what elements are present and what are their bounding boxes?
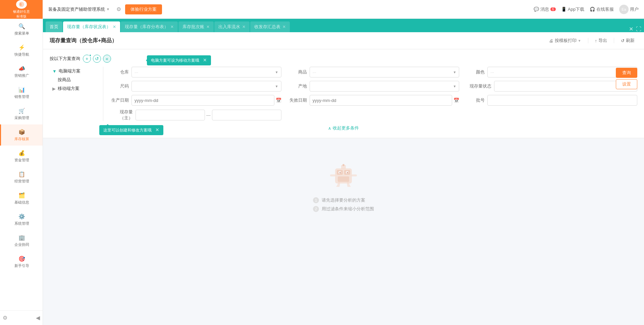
sidebar-item-basic[interactable]: 🗂️ 基础信息 [0, 188, 43, 209]
sidebar-item-label: 经营管理 [14, 179, 29, 184]
page-title: 现存量查询（按仓库+商品） [50, 37, 117, 44]
scheme-mobile-label: 移动端方案 [58, 86, 79, 92]
basic-icon: 🗂️ [18, 192, 25, 199]
message-btn[interactable]: 💬 消息 6 [534, 6, 556, 12]
tab-close-icon[interactable]: ✕ [113, 24, 116, 29]
filter-row-3: 生产日期 📅 失效日期 📅 [109, 95, 637, 106]
exp-date-input[interactable] [310, 95, 452, 106]
tab-close-icon[interactable]: ✕ [282, 24, 286, 29]
industry-btn[interactable]: 体验行业方案 [125, 4, 162, 14]
tab-inventory-status[interactable]: 现存量（库存状况表） ✕ [63, 21, 120, 32]
sidebar-item-label: 资金管理 [14, 158, 29, 163]
empty-tips: 1 请先选择要分析的方案 2 用过滤条件来缩小分析范围 [313, 197, 374, 212]
divider [588, 38, 588, 43]
goods-select[interactable]: ··· ▼ [310, 67, 460, 77]
app-logo: 6 畅通好生意 标准版 [0, 0, 43, 19]
exp-date-calendar-icon[interactable]: 📅 [453, 98, 459, 103]
sidebar-item-finance[interactable]: 💰 资金管理 [0, 146, 43, 167]
exp-date-label: 失效日期 [287, 97, 307, 103]
sidebar-item-operations[interactable]: 📋 经营管理 [0, 167, 43, 188]
collapse-btn[interactable]: ∧ 收起更多条件 [328, 125, 359, 131]
message-badge: 6 [550, 7, 556, 11]
sidebar-item-label: 企业协同 [14, 242, 29, 247]
quantity-max-input[interactable] [212, 110, 281, 120]
sidebar-item-label: 库存核算 [14, 137, 29, 142]
user-btn[interactable]: Ea 用户 [619, 5, 639, 14]
tab-close-all-icon[interactable]: ✕ [629, 26, 633, 32]
tab-close-icon[interactable]: ✕ [206, 24, 210, 29]
tab-inout[interactable]: 出入库流水 ✕ [214, 21, 250, 32]
origin-select[interactable]: ▼ [310, 81, 460, 92]
scheme-label: 电脑端方案 [59, 68, 80, 74]
origin-dropdown: ▼ [453, 85, 456, 88]
sidebar-item-label: 搜索菜单 [14, 31, 29, 36]
back-filter-btn[interactable]: « [103, 55, 111, 63]
goods-label: 商品 [287, 69, 307, 75]
filter-goods: 商品 ··· ▼ [287, 67, 460, 77]
query-btn[interactable]: 查询 [616, 68, 637, 78]
scheme-item-pc[interactable]: ▼ 电脑端方案 [50, 67, 100, 75]
online-service-label: 在线客服 [596, 6, 614, 12]
sidebar-item-label: 营销推广 [14, 73, 29, 78]
sidebar-item-guide[interactable]: 🎯 新手引导 [0, 251, 43, 272]
prod-date-calendar-icon[interactable]: 📅 [276, 98, 281, 103]
dot-indicator [89, 54, 92, 57]
tab-inout-label: 出入库流水 [218, 24, 240, 30]
sidebar-item-quick[interactable]: ⚡ 快捷导航 [0, 40, 43, 61]
tab-collection[interactable]: 收发存汇总表 ✕ [250, 21, 290, 32]
sidebar-item-marketing[interactable]: 📣 营销推广 [0, 61, 43, 82]
main-content: 装备及固定资产辅助管理系统 ▼ ⚙ 体验行业方案 💬 消息 6 📱 App下载 … [43, 0, 644, 325]
sidebar-item-purchase[interactable]: 🛒 采购管理 [0, 103, 43, 124]
sidebar-item-system[interactable]: ⚙️ 系统管理 [0, 209, 43, 230]
batch-no-input[interactable] [487, 95, 637, 106]
tab-batch[interactable]: 库存批次账 ✕ [178, 21, 214, 32]
color-placeholder: ··· [490, 70, 494, 75]
tip-num-2: 2 [313, 206, 319, 212]
app-name: 畅通好生意 [13, 9, 30, 14]
tab-inventory-dist[interactable]: 现存量（库存分布表） ✕ [121, 21, 178, 32]
sidebar-item-inventory[interactable]: 📦 库存核算 [0, 124, 43, 146]
scheme-item-pc-sub[interactable]: 按商品 [50, 75, 100, 84]
header-settings-icon[interactable]: ⚙ [116, 6, 121, 12]
settings-bottom-icon[interactable]: ⚙ [3, 315, 7, 321]
action-btns: 查询 设置 [616, 68, 637, 89]
online-service-btn[interactable]: 🎧 在线客服 [590, 6, 614, 12]
add-filter-btn[interactable]: + [83, 55, 91, 63]
refresh-btn[interactable]: ↺ 刷新 [618, 36, 637, 45]
header-left: 装备及固定资产辅助管理系统 ▼ ⚙ 体验行业方案 [48, 4, 162, 14]
reset-filter-btn[interactable]: ↺ [93, 55, 101, 63]
tab-home[interactable]: 首页 [46, 21, 62, 32]
collapse-sidebar-icon[interactable]: ◀ [36, 315, 40, 321]
scheme-panel: ▼ 电脑端方案 按商品 ▶ 移动端方案 这里可以创建和修改方案哦 ✕ [50, 67, 103, 121]
filter-label: 按以下方案查询 [50, 56, 80, 62]
sidebar-item-search[interactable]: 🔍 搜索菜单 [0, 19, 43, 40]
sidebar-item-label: 采购管理 [14, 115, 29, 120]
service-icon: 🎧 [590, 7, 595, 12]
tab-close-icon[interactable]: ✕ [170, 24, 174, 29]
phone-icon: 📱 [561, 7, 567, 12]
tab-close-icon[interactable]: ✕ [242, 24, 246, 29]
app-download-btn[interactable]: 📱 App下载 [561, 6, 584, 12]
sidebar-bottom: ⚙ ◀ [0, 310, 43, 325]
quick-icon: ⚡ [18, 44, 25, 51]
quantity-min-input[interactable] [136, 110, 205, 120]
prod-date-input[interactable] [131, 95, 274, 106]
message-label: 消息 [540, 6, 549, 12]
tooltip-close-2[interactable]: ✕ [155, 127, 159, 132]
filter-origin: 产地 ▼ [287, 81, 460, 92]
export-btn[interactable]: ↑ 导出 [592, 36, 610, 45]
system-title-select[interactable]: 装备及固定资产辅助管理系统 ▼ [48, 6, 110, 12]
goods-dropdown: ▼ [453, 70, 456, 74]
tooltip-close-1[interactable]: ✕ [203, 57, 207, 63]
reset-btn[interactable]: 设置 [616, 79, 637, 89]
warehouse-dropdown: ▼ [275, 70, 278, 74]
sidebar-item-enterprise[interactable]: 🏢 企业协同 [0, 230, 43, 251]
exp-date-range: 📅 [310, 95, 460, 106]
print-btn[interactable]: 🖨 按模板打印 ▼ [546, 36, 584, 45]
scheme-item-mobile[interactable]: ▶ 移动端方案 [50, 84, 100, 93]
size-select[interactable]: ▼ [131, 81, 281, 92]
tab-fullscreen-icon[interactable]: ⛶ [636, 26, 641, 32]
sidebar-item-sales[interactable]: 📊 销售管理 [0, 82, 43, 103]
warehouse-select[interactable]: ··· ▼ [131, 67, 281, 77]
color-select[interactable]: ··· ▼ [487, 67, 637, 77]
